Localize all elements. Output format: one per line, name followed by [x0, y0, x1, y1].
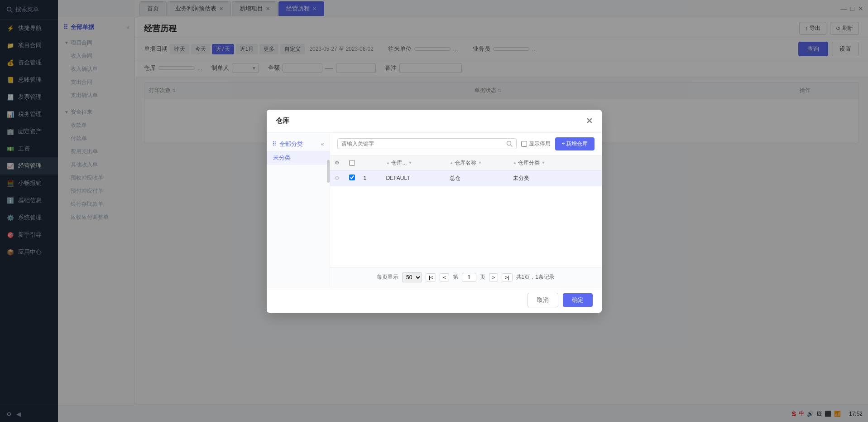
modal-search-input[interactable] [341, 141, 504, 147]
row-code: DEFAULT [386, 175, 450, 181]
mp-page-label: 第 [453, 273, 458, 281]
row-checkbox-wrap [349, 175, 364, 182]
mp-page-suffix: 页 [480, 273, 485, 281]
show-disabled-checkbox[interactable]: 显示停用 [521, 140, 551, 148]
mp-last-btn[interactable]: >| [502, 273, 512, 281]
search-icon [506, 141, 513, 147]
th-col-name: ▲ 仓库名称 ▼ [450, 159, 513, 167]
sort-up-icon: ▲ [386, 160, 390, 165]
modal-table-header: ⚙ ▲ 仓库... ▼ ▲ 仓库名称 [330, 155, 602, 171]
sort-up-name-icon: ▲ [450, 160, 454, 165]
row-settings-icon[interactable]: ⚙ [335, 175, 349, 181]
all-cat-label: 全部分类 [279, 140, 303, 148]
sort-up-cat-icon: ▲ [513, 160, 517, 165]
th-col-settings: ⚙ [335, 160, 349, 166]
mp-prev-btn[interactable]: < [440, 273, 449, 281]
modal-close-icon[interactable]: ✕ [586, 116, 593, 126]
show-disabled-label: 显示停用 [529, 140, 551, 148]
mp-first-btn[interactable]: |< [426, 273, 436, 281]
warehouse-modal: 仓库 ✕ ⠿ 全部分类 « 未分类 [267, 110, 602, 313]
svg-line-3 [511, 145, 513, 147]
modal-body: ⠿ 全部分类 « 未分类 [267, 133, 602, 287]
row-cat: 未分类 [513, 175, 597, 182]
all-category-btn[interactable]: ⠿ 全部分类 « [267, 137, 330, 151]
modal-title: 仓库 [276, 116, 289, 125]
th-col-code: ▲ 仓库... ▼ [386, 159, 450, 167]
category-collapse-icon[interactable]: « [321, 141, 324, 147]
search-wrap [337, 138, 517, 149]
all-cat-icon: ⠿ [272, 141, 277, 147]
row-checkbox[interactable] [349, 175, 355, 180]
scroll-thumb[interactable] [327, 160, 330, 183]
category-scroll-area: 未分类 [267, 151, 330, 282]
scroll-track [327, 151, 330, 282]
mp-per-page-label: 每页显示 [377, 273, 398, 281]
cancel-button[interactable]: 取消 [528, 293, 558, 307]
show-disabled-input[interactable] [521, 141, 527, 147]
col-code-label: 仓库... [391, 159, 407, 167]
table-row[interactable]: ⚙ 1 DEFAULT 总仓 未分类 [330, 171, 602, 186]
add-warehouse-btn[interactable]: + 新增仓库 [555, 137, 594, 150]
modal-table: ⚙ ▲ 仓库... ▼ ▲ 仓库名称 [330, 155, 602, 267]
content-panel: 显示停用 + 新增仓库 ⚙ ▲ [330, 133, 602, 287]
sort-down-name-icon: ▼ [478, 160, 482, 165]
modal-footer: 取消 确定 [267, 287, 602, 313]
select-all-checkbox[interactable] [349, 160, 355, 166]
th-col-cat: ▲ 仓库分类 ▼ [513, 159, 597, 167]
modal-toolbar: 显示停用 + 新增仓库 [330, 133, 602, 155]
mp-total-label: 共1页，1条记录 [516, 273, 555, 281]
mp-per-page-select[interactable]: 50 [402, 272, 422, 282]
category-panel: ⠿ 全部分类 « 未分类 [267, 133, 330, 287]
row-name: 总仓 [450, 175, 513, 182]
modal-overlay: 仓库 ✕ ⠿ 全部分类 « 未分类 [0, 0, 868, 422]
sort-down-cat-icon: ▼ [541, 160, 545, 165]
th-col-checkbox [349, 160, 364, 166]
confirm-button[interactable]: 确定 [563, 293, 593, 307]
mp-page-input[interactable] [462, 273, 476, 282]
sort-down-icon: ▼ [408, 160, 412, 165]
row-num: 1 [364, 175, 386, 181]
modal-pagination: 每页显示 50 |< < 第 页 > >| 共1页，1条记录 [330, 267, 602, 287]
col-name-label: 仓库名称 [455, 159, 476, 167]
settings-col-icon[interactable]: ⚙ [335, 160, 340, 166]
modal-header: 仓库 ✕ [267, 110, 602, 133]
uncategorized-item[interactable]: 未分类 [267, 151, 330, 165]
mp-next-btn[interactable]: > [489, 273, 498, 281]
col-cat-label: 仓库分类 [518, 159, 540, 167]
